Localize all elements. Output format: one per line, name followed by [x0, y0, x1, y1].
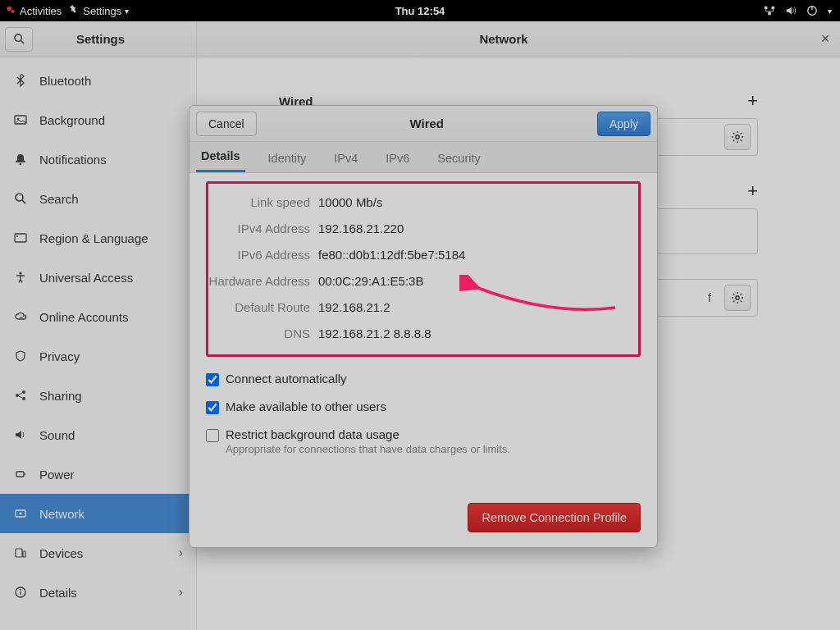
modal-overlay — [0, 21, 840, 630]
svg-rect-6 — [811, 6, 812, 10]
top-bar: Activities Settings ▾ Thu 12:54 ▾ — [0, 0, 840, 21]
chevron-down-icon: ▾ — [125, 7, 129, 16]
appmenu[interactable]: Settings ▾ — [68, 5, 129, 17]
foot-icon — [5, 5, 16, 16]
activities-button[interactable]: Activities — [5, 5, 62, 17]
svg-point-1 — [11, 10, 15, 13]
svg-point-0 — [7, 7, 11, 11]
volume-icon — [785, 5, 797, 16]
activities-label: Activities — [20, 5, 62, 17]
appmenu-label: Settings — [83, 5, 121, 17]
svg-rect-2 — [765, 7, 768, 10]
svg-rect-3 — [772, 7, 775, 10]
clock[interactable]: Thu 12:54 — [395, 5, 445, 17]
chevron-down-icon: ▾ — [828, 7, 832, 16]
status-area[interactable]: ▾ — [764, 5, 840, 16]
settings-menu-icon — [68, 5, 80, 16]
network-icon — [764, 5, 775, 16]
power-icon — [806, 5, 818, 16]
